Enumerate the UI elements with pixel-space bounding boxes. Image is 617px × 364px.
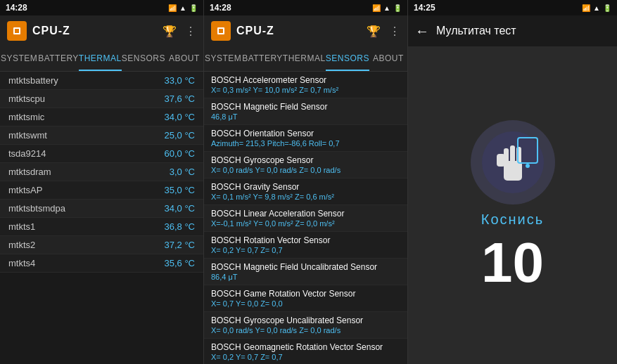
battery-icon: 🔋 [189, 4, 198, 12]
tab-about-left[interactable]: About [165, 46, 203, 71]
sensor-value: 46,8 μT [211, 112, 400, 121]
sensor-name: BOSCH Magnetic Field Sensor [211, 102, 400, 112]
thermal-row: mtktsmic 34,0 °C [0, 108, 203, 126]
sensor-value: X= 0,7 Y= 0,0 Z= 0,0 [211, 299, 400, 308]
tab-battery-left[interactable]: Battery [38, 46, 79, 71]
thermal-row: mtkts4 35,6 °C [0, 254, 203, 273]
sensor-item: BOSCH Orientation Sensor Azimuth= 215,3 … [204, 125, 407, 152]
tab-system-middle[interactable]: System [204, 46, 242, 71]
tab-thermal-middle[interactable]: Thermal [283, 46, 326, 71]
thermal-table: mtktsbattery 33,0 °C mtktscpu 37,6 °C mt… [0, 72, 203, 273]
sensor-item: BOSCH Accelerometer Sensor X= 0,3 m/s² Y… [204, 72, 407, 98]
sensor-name: BOSCH Rotation Vector Sensor [211, 235, 400, 245]
left-panel: 14:28 📶 ▲ 🔋 CPU-Z 🏆 ⋮ System Battery The… [0, 0, 204, 364]
status-icons-right: 📶 ▲ 🔋 [582, 4, 611, 12]
header-icons-middle: 🏆 ⋮ [367, 25, 400, 38]
sensor-value: X= 0,0 rad/s Y= 0,0 rad/s Z= 0,0 rad/s [211, 166, 400, 174]
tab-system-left[interactable]: System [0, 46, 38, 71]
battery-icon-middle: 🔋 [393, 4, 402, 12]
thermal-value: 36,8 °C [164, 221, 195, 232]
thermal-name: tsda9214 [8, 148, 46, 159]
sensor-item: BOSCH Linear Acceleration Sensor X=-0,1 … [204, 205, 407, 232]
status-bar-right: 14:25 📶 ▲ 🔋 [408, 0, 617, 15]
time-left: 14:28 [6, 3, 27, 13]
touch-area[interactable]: Коснись 10 [408, 46, 617, 364]
thermal-value: 37,6 °C [164, 93, 195, 104]
sensor-name: BOSCH Gravity Sensor [211, 182, 400, 192]
app-title-middle: CPU-Z [236, 25, 367, 37]
thermal-value: 25,0 °C [164, 130, 195, 141]
tab-sensors-middle[interactable]: Sensors [326, 46, 369, 71]
svg-rect-5 [219, 29, 223, 33]
middle-panel: 14:28 📶 ▲ 🔋 CPU-Z 🏆 ⋮ System Battery The… [204, 0, 408, 364]
thermal-value: 35,0 °C [164, 185, 195, 195]
menu-icon-middle[interactable]: ⋮ [389, 25, 400, 38]
thermal-name: mtktsbtsmdpa [8, 203, 65, 214]
sensor-name: BOSCH Linear Acceleration Sensor [211, 209, 400, 219]
cpu-z-logo-middle [211, 21, 231, 41]
time-right: 14:25 [414, 3, 435, 13]
sensor-item: BOSCH Game Rotation Vector Sensor X= 0,7… [204, 285, 407, 312]
thermal-name: mtktsmic [8, 112, 44, 122]
sensor-item: BOSCH Gyroscope Uncalibrated Sensor X= 0… [204, 312, 407, 339]
svg-rect-11 [497, 154, 505, 167]
touch-label: Коснись [481, 212, 544, 228]
thermal-row: mtktsbattery 33,0 °C [0, 72, 203, 90]
status-icons-left: 📶 ▲ 🔋 [168, 4, 198, 12]
svg-rect-7 [504, 161, 522, 181]
thermal-value: 34,0 °C [164, 203, 195, 214]
thermal-name: mtktscpu [8, 93, 45, 104]
thermal-value: 37,2 °C [164, 240, 195, 250]
wifi-icon: 📶 [168, 4, 177, 12]
sensor-item: BOSCH Gyroscope Sensor X= 0,0 rad/s Y= 0… [204, 152, 407, 178]
battery-icon-right: 🔋 [603, 4, 611, 12]
sensor-value: X=-0,1 m/s² Y= 0,0 m/s² Z= 0,0 m/s² [211, 219, 400, 228]
thermal-row: tsda9214 60,0 °C [0, 145, 203, 163]
thermal-value: 3,0 °C [170, 167, 195, 177]
signal-icon-middle: ▲ [383, 4, 390, 12]
status-bar-left: 14:28 📶 ▲ 🔋 [0, 0, 203, 15]
sensor-value: 86,4 μT [211, 273, 400, 281]
thermal-name: mtkts1 [8, 221, 35, 232]
tab-about-middle[interactable]: About [369, 46, 407, 71]
app-header-left: CPU-Z 🏆 ⋮ [0, 15, 203, 46]
sensor-value: Azimuth= 215,3 Pitch=-86,6 Roll= 0,7 [211, 139, 400, 148]
thermal-name: mtktsdram [8, 167, 51, 177]
sensor-name: BOSCH Gyroscope Uncalibrated Sensor [211, 316, 400, 325]
thermal-row: mtkts2 37,2 °C [0, 236, 203, 254]
thermal-value: 35,6 °C [164, 258, 195, 268]
header-icons-left: 🏆 ⋮ [163, 25, 196, 38]
sensors-list: BOSCH Accelerometer Sensor X= 0,3 m/s² Y… [204, 72, 407, 364]
right-header: ← Мультитач тест [408, 15, 617, 46]
app-title-left: CPU-Z [32, 25, 163, 37]
cpu-z-logo-left [7, 21, 27, 41]
sensor-value: X= 0,2 Y= 0,7 Z= 0,7 [211, 246, 400, 254]
sensor-item: BOSCH Rotation Vector Sensor X= 0,2 Y= 0… [204, 232, 407, 259]
trophy-icon-left[interactable]: 🏆 [163, 25, 177, 38]
tab-thermal-left[interactable]: Thermal [79, 46, 122, 71]
thermal-name: mtktswmt [8, 130, 47, 141]
touch-number: 10 [481, 235, 544, 291]
thermal-content: mtktsbattery 33,0 °C mtktscpu 37,6 °C mt… [0, 72, 203, 364]
back-button[interactable]: ← [415, 23, 429, 39]
svg-rect-9 [510, 145, 515, 164]
thermal-value: 33,0 °C [164, 75, 195, 86]
sensor-name: BOSCH Game Rotation Vector Sensor [211, 289, 400, 299]
sensor-item: BOSCH Geomagnetic Rotation Vector Sensor… [204, 339, 407, 364]
thermal-row: mtktsbtsmdpa 34,0 °C [0, 200, 203, 218]
svg-rect-2 [15, 29, 19, 33]
time-middle: 14:28 [210, 3, 231, 13]
status-bar-middle: 14:28 📶 ▲ 🔋 [204, 0, 407, 15]
tabs-left: System Battery Thermal Sensors About [0, 46, 203, 72]
sensor-value: X= 0,2 Y= 0,7 Z= 0,7 [211, 353, 400, 361]
sensor-name: BOSCH Geomagnetic Rotation Vector Sensor [211, 342, 400, 352]
sensor-item: BOSCH Magnetic Field Sensor 46,8 μT [204, 98, 407, 125]
thermal-name: mtktsbattery [8, 75, 58, 86]
thermal-name: mtktsAP [8, 185, 42, 195]
svg-point-13 [526, 164, 530, 168]
tab-battery-middle[interactable]: Battery [242, 46, 283, 71]
menu-icon-left[interactable]: ⋮ [185, 25, 196, 38]
trophy-icon-middle[interactable]: 🏆 [367, 25, 381, 38]
tab-sensors-left[interactable]: Sensors [122, 46, 165, 71]
sensor-name: BOSCH Magnetic Field Uncalibrated Sensor [211, 262, 400, 272]
